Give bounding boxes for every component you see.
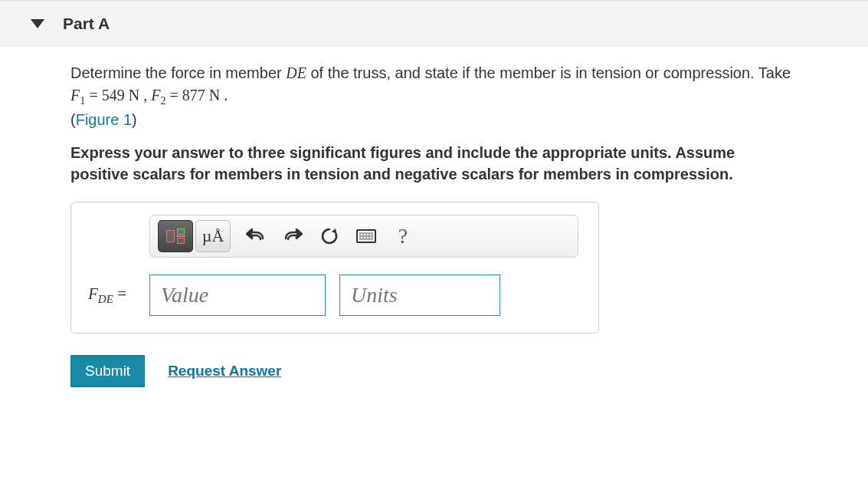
f1-symbol: F [70,87,80,104]
answer-panel: µÅ ? FDE = [70,202,599,334]
f1-value: 549 [102,87,125,104]
templates-button[interactable] [158,220,193,252]
part-header[interactable]: Part A [0,0,868,47]
figure-link[interactable]: Figure 1 [76,111,132,128]
undo-icon [246,228,266,245]
f2-value: 877 [182,87,205,104]
redo-button[interactable] [281,225,304,248]
problem-prompt: Determine the force in member DE of the … [70,62,797,131]
answer-variable-label: FDE = [87,284,149,306]
toolbar-button-group: µÅ [158,220,231,252]
reset-button[interactable] [318,225,341,248]
keyboard-button[interactable] [355,225,378,248]
f2-unit: N [209,87,220,104]
f1-unit: N [129,87,139,104]
keyboard-icon [356,229,376,243]
f2-symbol: F [151,87,160,104]
help-icon: ? [398,224,408,248]
reset-icon [319,226,339,246]
equation-toolbar: µÅ ? [149,215,578,258]
prompt-text-1: Determine the force in member [70,64,286,81]
f2-subscript: 2 [160,94,165,107]
answer-instructions: Express your answer to three significant… [70,142,797,185]
value-input[interactable] [149,275,326,316]
action-row: Submit Request Answer [70,355,797,387]
submit-button[interactable]: Submit [70,355,145,387]
symbols-label: µÅ [202,226,224,246]
fraction-template-icon [166,228,185,244]
prompt-text-2: of the truss, and state if the member is… [306,64,791,81]
units-input[interactable] [339,275,500,316]
chevron-down-icon [31,19,44,28]
undo-button[interactable] [244,225,267,248]
content-area: Determine the force in member DE of the … [0,47,812,387]
answer-row: FDE = [87,275,583,316]
request-answer-link[interactable]: Request Answer [168,363,281,380]
redo-icon [283,228,303,245]
member-name: DE [286,64,306,81]
symbols-button[interactable]: µÅ [195,220,231,252]
part-title: Part A [63,15,110,33]
help-button[interactable]: ? [391,225,414,248]
